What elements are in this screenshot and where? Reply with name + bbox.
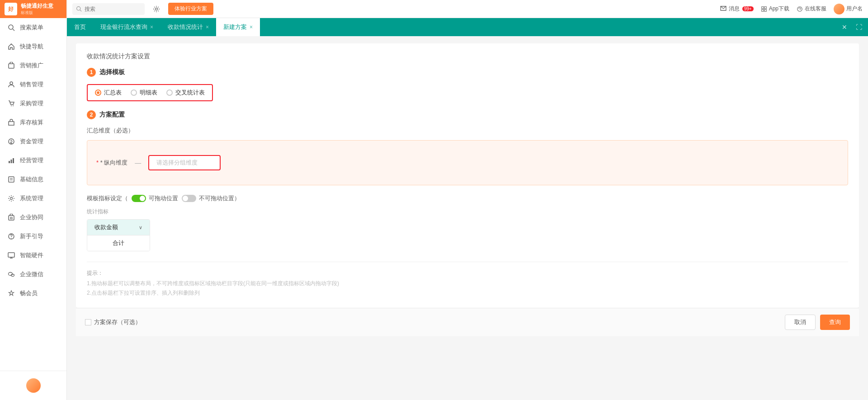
toggle-non-draggable[interactable]: 不可拖动位置） <box>182 194 240 202</box>
radio-summary-label: 汇总表 <box>104 89 122 97</box>
toggle-off-switch[interactable] <box>182 195 196 202</box>
tab-bank-flow[interactable]: 现金银行流水查询 × <box>93 18 160 36</box>
user-avatar-area[interactable] <box>0 375 66 396</box>
query-button[interactable]: 查询 <box>820 315 850 330</box>
sidebar-label-guide: 新手引导 <box>20 232 43 240</box>
tab-bank-flow-label: 现金银行流水查询 <box>100 23 147 31</box>
tab-expand-icon[interactable]: ⛶ <box>854 22 864 33</box>
user-name-item[interactable]: 用户名 <box>834 4 863 14</box>
radio-summary-circle <box>95 89 101 96</box>
toggle-on-switch[interactable] <box>132 195 146 202</box>
sidebar-item-enterprise[interactable]: 企业协同 <box>0 208 66 227</box>
indicator-col-header[interactable]: 收款金额 ∨ <box>87 220 150 235</box>
search-menu-icon <box>7 24 15 32</box>
indicator-table-area: 统计指标 收款金额 ∨ 合计 <box>87 208 848 253</box>
svg-point-3 <box>10 82 13 85</box>
svg-rect-19 <box>8 253 14 257</box>
sidebar-item-hardware[interactable]: 智能硬件 <box>0 246 66 265</box>
svg-rect-15 <box>9 216 14 220</box>
indicator-title-prefix: 模板指标设定（ <box>87 194 128 202</box>
tab-new-plan[interactable]: 新建方案 × <box>216 18 260 36</box>
sidebar-label-system: 系统管理 <box>20 194 43 202</box>
tab-new-plan-close[interactable]: × <box>250 24 253 30</box>
topbar-avatar <box>834 4 844 14</box>
sidebar-item-inventory[interactable]: 库存核算 <box>0 113 66 132</box>
svg-point-14 <box>10 198 13 200</box>
vertical-label-text: * 纵向维度 <box>100 159 128 166</box>
sidebar-item-search-menu[interactable]: 搜索菜单 <box>0 18 66 37</box>
col-dropdown-arrow-icon[interactable]: ∨ <box>139 225 142 231</box>
dimension-placeholder: 请选择分组维度 <box>156 159 198 166</box>
app-download-item[interactable]: App下载 <box>761 5 789 13</box>
svg-rect-9 <box>11 160 12 163</box>
vertical-dimension-label: * * 纵向维度 <box>96 159 127 167</box>
section1-num: 1 <box>87 68 96 77</box>
radio-detail-circle <box>131 89 137 96</box>
radio-cross-circle <box>166 89 173 96</box>
cancel-button[interactable]: 取消 <box>785 315 816 330</box>
radio-summary[interactable]: 汇总表 <box>95 89 122 97</box>
sidebar-item-system[interactable]: 系统管理 <box>0 189 66 208</box>
section2-num: 2 <box>87 110 96 119</box>
system-icon <box>7 194 15 202</box>
sidebar-bottom <box>0 371 66 400</box>
tab-home[interactable]: 首页 <box>67 18 93 36</box>
svg-point-0 <box>9 25 13 29</box>
tab-bank-flow-close[interactable]: × <box>150 24 153 30</box>
tabbar: 首页 现金银行流水查询 × 收款情况统计 × 新建方案 × ✕ ⛶ <box>67 18 868 36</box>
tips-title: 提示： <box>87 269 848 277</box>
svg-rect-16 <box>10 217 12 219</box>
operations-icon <box>7 156 15 165</box>
save-check[interactable]: 方案保存（可选） <box>85 318 141 326</box>
logo-icon: 好 <box>5 3 17 15</box>
tab-receipt-stats[interactable]: 收款情况统计 × <box>160 18 216 36</box>
tips-section: 提示： 1.拖动标题栏可以调整布局，不可跨维度或指标区域拖动栏目字段(只能在同一… <box>87 262 848 297</box>
sidebar-item-guide[interactable]: 新手引导 <box>0 227 66 246</box>
sidebar-item-purchase[interactable]: 采购管理 <box>0 94 66 113</box>
sidebar-item-sales[interactable]: 销售管理 <box>0 75 66 94</box>
dimension-select[interactable]: 请选择分组维度 <box>148 155 221 170</box>
sidebar-label-finance: 资金管理 <box>20 137 43 146</box>
toggle-on-label: 可拖动位置 <box>149 194 178 202</box>
industry-plan-button[interactable]: 体验行业方案 <box>168 3 213 15</box>
radio-cross-label: 交叉统计表 <box>175 89 205 97</box>
toggle-draggable[interactable]: 可拖动位置 <box>132 194 178 202</box>
sidebar-item-basic-info[interactable]: 基础信息 <box>0 170 66 189</box>
search-input[interactable] <box>85 6 139 12</box>
topbar-search[interactable] <box>72 3 145 15</box>
indicator-table: 收款金额 ∨ 合计 <box>87 219 150 251</box>
svg-rect-10 <box>13 158 14 163</box>
col-body-text: 合计 <box>113 240 124 246</box>
tab-home-label: 首页 <box>74 23 86 31</box>
save-checkbox[interactable] <box>85 319 91 325</box>
svg-point-18 <box>11 238 12 239</box>
template-radio-group: 汇总表 明细表 交叉统计表 <box>87 84 213 101</box>
tabbar-actions: ✕ ⛶ <box>839 18 868 36</box>
logo-text: 畅捷通好生意 <box>21 2 53 10</box>
radio-detail[interactable]: 明细表 <box>131 89 157 97</box>
tab-receipt-stats-close[interactable]: × <box>206 24 209 30</box>
user-name: 用户名 <box>846 5 863 13</box>
radio-cross[interactable]: 交叉统计表 <box>166 89 205 97</box>
app-download-label: App下载 <box>769 5 789 13</box>
sidebar-item-wechat[interactable]: 企业微信 <box>0 265 66 284</box>
sidebar-item-member[interactable]: 畅会员 <box>0 284 66 303</box>
svg-rect-28 <box>764 6 766 8</box>
enterprise-icon <box>7 213 15 221</box>
sidebar-label-member: 畅会员 <box>20 289 38 297</box>
section2-title: 方案配置 <box>99 111 125 119</box>
bottom-section: 方案保存（可选） 取消 查询 <box>76 308 859 336</box>
sidebar-item-marketing[interactable]: 营销推广 <box>0 56 66 75</box>
dimension-subsection-title: 汇总维度（必选） <box>87 127 848 135</box>
sidebar-item-finance[interactable]: 资金管理 <box>0 132 66 151</box>
settings-gear-icon[interactable] <box>150 3 163 15</box>
sidebar-item-quick-nav[interactable]: 快捷导航 <box>0 37 66 56</box>
sidebar-item-operations[interactable]: 经营管理 <box>0 151 66 170</box>
tab-new-plan-label: 新建方案 <box>223 23 247 31</box>
online-service-item[interactable]: 在线客服 <box>797 5 826 13</box>
svg-line-1 <box>13 29 14 31</box>
section1-title: 选择模板 <box>99 68 125 76</box>
tab-close-all-icon[interactable]: ✕ <box>839 22 850 33</box>
dimension-arrow: — <box>135 159 141 166</box>
message-item[interactable]: 消息 99+ <box>720 5 754 13</box>
